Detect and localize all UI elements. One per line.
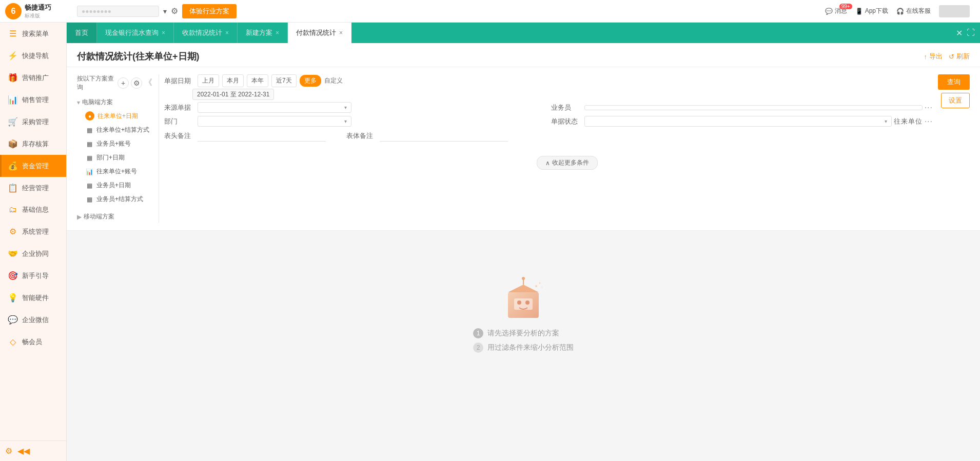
scheme-unit-settle[interactable]: ▦ 往来单位+结算方式 [77, 123, 152, 137]
mobile-section-arrow[interactable]: ▶ [77, 213, 82, 221]
sidebar-item-wechat[interactable]: 💬 企业微信 [0, 309, 66, 331]
dept-select[interactable]: ▾ [198, 116, 351, 127]
scheme-unit-account-label: 往来单位+账号 [96, 167, 137, 176]
empty-icon [493, 272, 554, 323]
tab-bank-flow-label: 现金银行流水查询 [105, 28, 159, 37]
source-label: 来源单据 [164, 103, 192, 112]
sidebar-item-smart-hw[interactable]: 💡 智能硬件 [0, 287, 66, 309]
pc-section-arrow[interactable]: ▾ [77, 99, 80, 106]
empty-hint-2: 2 用过滤条件来缩小分析范围 [473, 343, 574, 353]
tab-payment-stats[interactable]: 付款情况统计 × [288, 23, 351, 43]
counterpart-more-btn[interactable]: ··· [925, 117, 933, 126]
mobile-section: ▶ 移动端方案 [77, 210, 152, 223]
sidebar-item-sales[interactable]: 📊 销售管理 [0, 89, 66, 111]
sidebar-item-purchase[interactable]: 🛒 采购管理 [0, 111, 66, 133]
sidebar-item-enterprise[interactable]: 🤝 企业协同 [0, 243, 66, 265]
scheme-staff-date-label: 业务员+日期 [96, 181, 131, 190]
header-gear-btn[interactable]: ⚙ [171, 6, 178, 16]
system-icon: ⚙ [8, 227, 18, 236]
scheme-unit-date[interactable]: ● 往来单位+日期 [77, 109, 152, 123]
tab-new-scheme-close[interactable]: × [276, 29, 279, 36]
tab-payment-stats-label: 付款情况统计 [296, 28, 336, 37]
tab-new-scheme[interactable]: 新建方案 × [238, 23, 288, 43]
collapse-chevron-icon: ∧ [545, 159, 550, 167]
sidebar-collapse-btn[interactable]: ◀◀ [17, 446, 30, 456]
hint-text-1: 请先选择要分析的方案 [487, 329, 559, 338]
scheme-dept-date[interactable]: ▦ 部门+日期 [77, 151, 152, 165]
app-download-btn[interactable]: 📱 App下载 [855, 7, 888, 15]
scheme-add-btn[interactable]: + [117, 77, 129, 89]
voucher-status-label: 单据状态 [551, 117, 579, 126]
body-note-input[interactable] [380, 130, 508, 142]
filter-settings-btn[interactable]: 设置 [941, 93, 970, 108]
sidebar-label-vip: 畅会员 [22, 337, 42, 347]
salesperson-more-btn[interactable]: ··· [925, 103, 933, 112]
filter-panel: 按以下方案查询 + ⚙ 《 ▾ [67, 67, 980, 231]
scheme-staff-date[interactable]: ▦ 业务员+日期 [77, 178, 152, 192]
scheme-staff-account-label: 业务员+账号 [96, 139, 131, 148]
salesperson-select[interactable] [584, 105, 923, 110]
messages-badge: 99+ [839, 4, 852, 9]
salesperson-label: 业务员 [551, 103, 579, 112]
collapse-more-btn[interactable]: ∧ 收起更多条件 [537, 156, 598, 170]
source-select[interactable]: ▾ [198, 102, 351, 113]
scheme-collapse-btn[interactable]: 《 [144, 77, 152, 89]
top-header: 6 畅捷通巧 标准版 ●●●●●●●● ▾ ⚙ 体验行业方案 💬 消息 99+ … [0, 0, 980, 23]
scheme-staff-account[interactable]: ▦ 业务员+账号 [77, 137, 152, 151]
date-last-7days-btn[interactable]: 近7天 [271, 74, 297, 87]
svg-rect-2 [514, 298, 533, 310]
date-options: 上月 本月 本年 近7天 更多 自定义 [198, 74, 343, 87]
date-label: 单据日期 [164, 76, 192, 86]
date-range-input[interactable]: 2022-01-01 至 2022-12-31 [192, 89, 274, 100]
header-note-input[interactable] [198, 130, 326, 142]
tab-bank-flow-close[interactable]: × [162, 29, 165, 36]
export-btn[interactable]: ↑ 导出 [924, 52, 943, 61]
sidebar-item-guide[interactable]: 🎯 新手引导 [0, 265, 66, 287]
header-right: 💬 消息 99+ 📱 App下载 🎧 在线客服 [825, 5, 975, 17]
query-btn[interactable]: 查询 [938, 74, 970, 90]
scheme-actions: + ⚙ 《 [117, 77, 152, 89]
sidebar-settings-btn[interactable]: ⚙ [5, 446, 12, 456]
address-dropdown-btn[interactable]: ▾ [163, 7, 167, 15]
sidebar-item-system[interactable]: ⚙ 系统管理 [0, 221, 66, 243]
hint-num-2: 2 [473, 343, 483, 353]
mobile-section-title: ▶ 移动端方案 [77, 210, 152, 223]
sidebar-item-quick-nav[interactable]: ⚡ 快捷导航 [0, 45, 66, 67]
source-arrow-icon: ▾ [344, 105, 347, 110]
date-this-month-btn[interactable]: 本月 [222, 74, 244, 87]
sidebar-label-finance: 资金管理 [22, 162, 49, 171]
tab-home[interactable]: 首页 [67, 23, 97, 43]
scheme-panel-header: 按以下方案查询 + ⚙ 《 [77, 74, 152, 92]
messages-btn[interactable]: 💬 消息 99+ [825, 7, 847, 15]
sidebar-item-finance[interactable]: 💰 资金管理 [0, 155, 66, 177]
export-label: 导出 [929, 52, 943, 61]
hint-num-1: 1 [473, 328, 483, 338]
sidebar-item-vip[interactable]: ◇ 畅会员 [0, 331, 66, 353]
tab-collection-stats[interactable]: 收款情况统计 × [174, 23, 238, 43]
date-this-year-btn[interactable]: 本年 [247, 74, 268, 87]
sidebar-item-inventory[interactable]: 📦 库存核算 [0, 133, 66, 155]
scheme-staff-settle-label: 业务员+结算方式 [96, 195, 143, 204]
sidebar-item-basic-info[interactable]: 🗂 基础信息 [0, 199, 66, 221]
scheme-staff-settle[interactable]: ▦ 业务员+结算方式 [77, 192, 152, 206]
scheme-unit-account[interactable]: 📊 往来单位+账号 [77, 165, 152, 178]
date-last-month-btn[interactable]: 上月 [198, 74, 219, 87]
refresh-btn[interactable]: ↺ 刷新 [949, 52, 970, 61]
tab-payment-stats-close[interactable]: × [339, 29, 343, 36]
sidebar-item-marketing[interactable]: 🎁 营销推广 [0, 67, 66, 89]
scheme-settings-btn[interactable]: ⚙ [131, 77, 142, 89]
trial-btn[interactable]: 体验行业方案 [182, 4, 237, 18]
scheme-header-left: 按以下方案查询 [77, 74, 117, 92]
online-service-btn[interactable]: 🎧 在线客服 [896, 7, 931, 15]
empty-illustration [493, 272, 554, 323]
tab-collection-stats-close[interactable]: × [225, 29, 229, 36]
voucher-status-select[interactable]: ▾ [584, 116, 892, 127]
sidebar-item-operations[interactable]: 📋 经营管理 [0, 177, 66, 199]
sidebar-item-search-menu[interactable]: ☰ 搜索菜单 [0, 23, 66, 45]
date-more-btn[interactable]: 更多 [300, 75, 321, 87]
scheme-dept-date-label: 部门+日期 [96, 153, 125, 162]
user-avatar[interactable] [939, 5, 970, 17]
tab-maximize-btn[interactable]: ⛶ [967, 28, 975, 37]
tab-close-all-btn[interactable]: ✕ [956, 28, 963, 38]
tab-bank-flow[interactable]: 现金银行流水查询 × [97, 23, 174, 43]
